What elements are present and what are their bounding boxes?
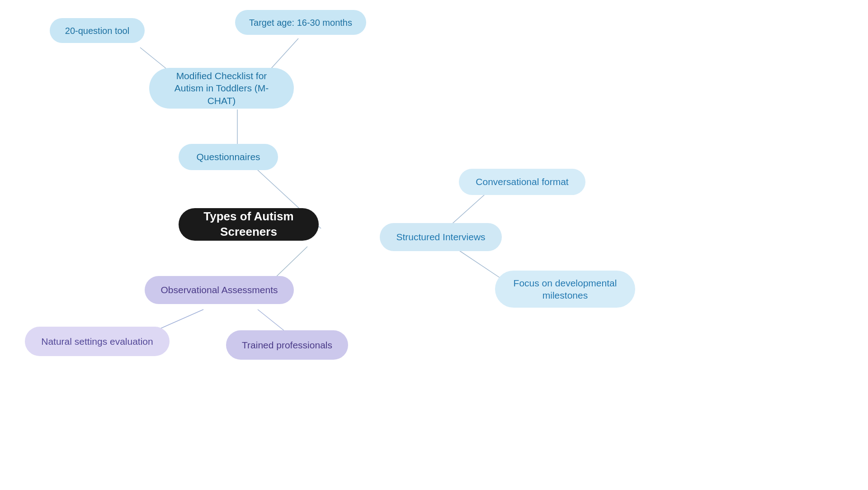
developmental-milestones-node: Focus on developmental milestones <box>495 271 635 308</box>
observational-assessments-node: Observational Assessments <box>145 276 294 304</box>
structured-interviews-node: Structured Interviews <box>380 223 502 251</box>
mind-map: Types of Autism Screeners Questionnaires… <box>0 0 868 490</box>
target-age-node: Target age: 16-30 months <box>235 10 366 35</box>
svg-line-6 <box>457 249 504 281</box>
questionnaires-node: Questionnaires <box>179 144 278 170</box>
mchat-node: Modified Checklist for Autism in Toddler… <box>149 68 294 109</box>
conversational-format-node: Conversational format <box>459 169 585 195</box>
natural-settings-node: Natural settings evaluation <box>25 327 170 356</box>
center-node: Types of Autism Screeners <box>179 208 319 241</box>
trained-professionals-node: Trained professionals <box>226 330 348 360</box>
twenty-question-node: 20-question tool <box>50 18 145 43</box>
